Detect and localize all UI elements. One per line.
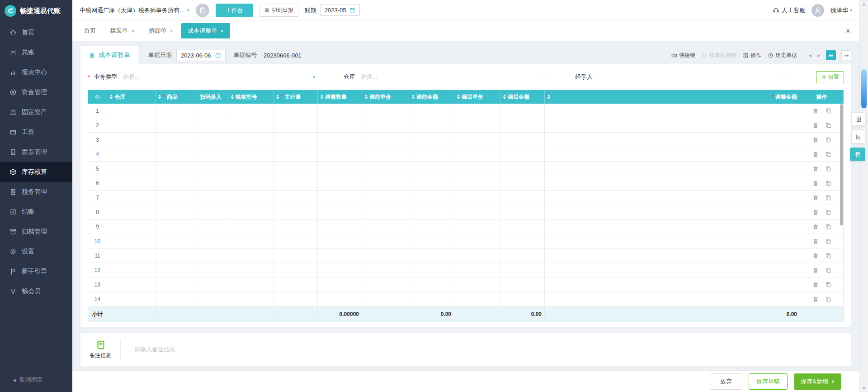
cell-pre_amount[interactable] (409, 263, 454, 277)
cell-unit[interactable] (274, 220, 318, 234)
period-picker[interactable]: 2023-05 (320, 5, 360, 16)
cell-qty[interactable] (318, 191, 362, 205)
cell-qty[interactable] (318, 292, 362, 306)
avatar[interactable] (811, 4, 824, 17)
delete-row-icon[interactable] (812, 224, 819, 230)
cell-pre_amount[interactable] (409, 162, 454, 176)
switch-daily-button[interactable]: 切到日报 (259, 4, 298, 17)
cell-pre_amount[interactable] (409, 176, 454, 190)
copy-row-icon[interactable] (825, 209, 831, 215)
cell-qty[interactable] (318, 277, 362, 292)
cell-product[interactable] (156, 118, 197, 132)
drawer-detail-icon[interactable] (850, 148, 865, 161)
business-type-select[interactable]: 选择... ∨ (121, 71, 318, 83)
cell-qty[interactable] (318, 234, 362, 248)
cell-unit[interactable] (274, 277, 318, 292)
cell-pre_amount[interactable] (409, 118, 454, 132)
cell-post_price[interactable] (454, 277, 500, 292)
cell-unit[interactable] (274, 176, 318, 190)
cell-scan[interactable] (197, 249, 228, 263)
cell-scan[interactable] (197, 104, 228, 118)
cell-spec[interactable] (228, 205, 274, 219)
cell-pre_price[interactable] (362, 133, 409, 147)
cell-scan[interactable] (197, 118, 228, 132)
scroll-up-icon[interactable]: ▲ (862, 2, 866, 6)
column-header-post_price[interactable]: 调后单价 (454, 90, 500, 104)
column-header-qty[interactable]: 调整数量 (318, 90, 362, 104)
cell-post_amount[interactable] (500, 104, 545, 118)
copy-row-icon[interactable] (825, 267, 831, 273)
cell-post_price[interactable] (454, 176, 500, 190)
cell-warehouse[interactable] (107, 162, 156, 176)
cell-scan[interactable] (197, 176, 228, 190)
cell-post_amount[interactable] (500, 147, 545, 161)
tab-home[interactable]: 首页 (78, 23, 102, 38)
cell-scan[interactable] (197, 263, 228, 277)
copy-row-icon[interactable] (825, 137, 831, 143)
cell-spec[interactable] (228, 249, 274, 263)
column-header-post_amount[interactable]: 调后金额 (500, 90, 545, 104)
toolbar-history[interactable]: 历史单据 (768, 52, 797, 59)
cell-adjust_amount[interactable] (545, 220, 800, 234)
handler-input[interactable]: ··· (596, 71, 790, 83)
tab-close-icon[interactable]: × (170, 28, 174, 34)
cell-unit[interactable] (274, 205, 318, 219)
delete-row-icon[interactable] (812, 137, 819, 143)
cell-post_price[interactable] (454, 162, 500, 176)
cell-post_price[interactable] (454, 118, 500, 132)
cell-product[interactable] (156, 104, 197, 118)
copy-row-icon[interactable] (825, 166, 831, 172)
column-header-spec[interactable]: 规格型号 (228, 90, 274, 104)
delete-row-icon[interactable] (812, 267, 819, 273)
cell-unit[interactable] (274, 234, 318, 248)
scrollbar-thumb[interactable] (861, 69, 867, 108)
delete-row-icon[interactable] (812, 296, 819, 302)
cell-post_price[interactable] (454, 147, 500, 161)
cell-warehouse[interactable] (107, 205, 156, 219)
cell-qty[interactable] (318, 133, 362, 147)
cell-pre_price[interactable] (362, 277, 409, 292)
cell-warehouse[interactable] (107, 249, 156, 263)
cell-spec[interactable] (228, 176, 274, 190)
gear-icon[interactable] (94, 94, 100, 100)
cell-post_price[interactable] (454, 104, 500, 118)
customer-service-link[interactable]: 人工客服 (773, 6, 805, 14)
delete-row-icon[interactable] (812, 195, 819, 201)
sort-icon[interactable] (412, 95, 415, 99)
cell-unit[interactable] (274, 263, 318, 277)
workbench-button[interactable]: 工作台 (216, 4, 253, 17)
copy-row-icon[interactable] (825, 195, 831, 201)
column-header-warehouse[interactable]: 仓库 (107, 90, 156, 104)
cell-scan[interactable] (197, 133, 228, 147)
sidebar-item-closing[interactable]: 结账 (0, 202, 72, 222)
cell-qty[interactable] (318, 104, 362, 118)
remarks-input[interactable]: 请输入备注信息 (132, 343, 797, 356)
cell-spec[interactable] (228, 263, 274, 277)
cell-unit[interactable] (274, 249, 318, 263)
detail-view-toggle[interactable] (841, 50, 851, 60)
cell-scan[interactable] (197, 147, 228, 161)
cell-warehouse[interactable] (107, 277, 156, 292)
sidebar-item-beginner-guide[interactable]: 新手引导 (0, 262, 72, 282)
cell-post_amount[interactable] (500, 277, 545, 292)
drawer-chart-icon[interactable] (852, 130, 865, 143)
cell-post_amount[interactable] (500, 176, 545, 190)
cell-post_amount[interactable] (500, 220, 545, 234)
sidebar-item-salary[interactable]: 工资 (0, 122, 72, 142)
cell-qty[interactable] (318, 162, 362, 176)
cell-product[interactable] (156, 191, 197, 205)
copy-row-icon[interactable] (825, 151, 831, 158)
toolbar-adjust-by-doc[interactable]: 按单据调整 (702, 52, 736, 59)
clipboard-icon[interactable] (196, 4, 209, 17)
sidebar-item-home[interactable]: 首页 (0, 23, 72, 43)
copy-row-icon[interactable] (825, 253, 831, 259)
cell-unit[interactable] (274, 133, 318, 147)
delete-row-icon[interactable] (812, 209, 819, 215)
cell-pre_amount[interactable] (409, 249, 454, 263)
column-header-pre_amount[interactable]: 调前金额 (409, 90, 454, 104)
cell-qty[interactable] (318, 220, 362, 234)
copy-row-icon[interactable] (825, 108, 831, 114)
cell-post_amount[interactable] (500, 205, 545, 219)
window-scrollbar[interactable]: ▲ ▼ (859, 0, 868, 392)
cell-spec[interactable] (228, 162, 274, 176)
